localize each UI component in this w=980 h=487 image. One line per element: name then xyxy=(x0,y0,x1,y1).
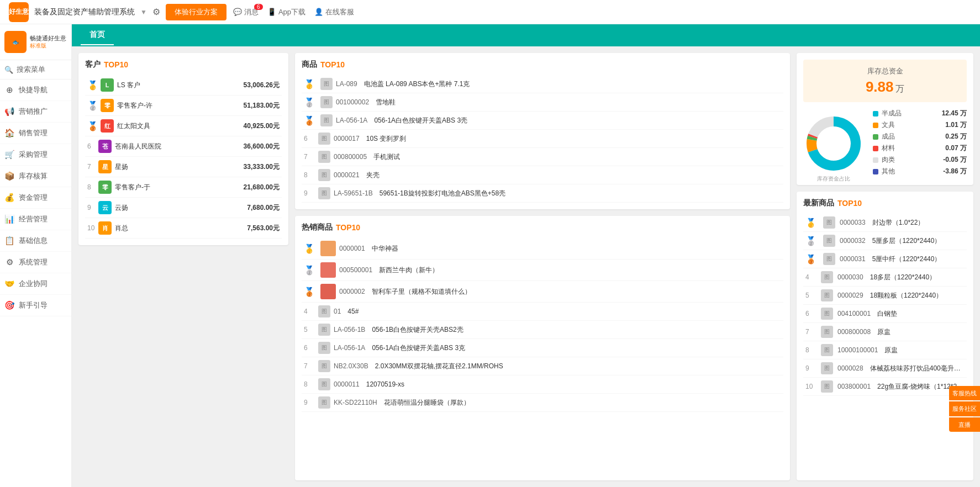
customer-row-7[interactable]: 9 云 云扬 7,680.00元 xyxy=(85,198,282,218)
sold-medal-3: 🥉 xyxy=(304,115,315,126)
app-download-button[interactable]: 📱 App下载 xyxy=(267,7,305,17)
medal-2: 🥈 xyxy=(87,100,98,111)
sold-row-7[interactable]: 9 图 LA-59651-1B 59651-1B旋转投影灯电池盒ABS黑色+58… xyxy=(302,184,783,203)
sold-row-1[interactable]: 🥇 图 LA-089 电池盖 LA-089 ABS本色+黑种 7.1克 xyxy=(302,75,783,93)
latest-rank-9: 9 xyxy=(805,364,816,372)
hot-row-9[interactable]: 9 图 KK-SD22110H 花语萌恒温分腿睡袋（厚款） xyxy=(302,394,783,412)
latest-name-9: 体械荔枝味苏打饮品400毫升（1*15） xyxy=(870,364,965,373)
float-btn-live[interactable]: 直播 xyxy=(949,417,980,432)
latest-row-2[interactable]: 🥈 图 0000032 5厘多层（1220*2440） xyxy=(803,232,967,250)
float-btn-service[interactable]: 客服热线 xyxy=(949,386,980,400)
sidebar-item-finance[interactable]: 💰 资金管理 xyxy=(0,187,71,209)
settings-icon[interactable]: ⚙ xyxy=(152,7,160,17)
sidebar-item-enterprise[interactable]: 🤝 企业协同 xyxy=(0,273,71,295)
sold-img-7: 图 xyxy=(318,187,330,199)
sold-code-7: LA-59651-1B xyxy=(334,189,373,197)
hot-code-4: 01 xyxy=(334,308,341,315)
sidebar-item-basic[interactable]: 📋 基础信息 xyxy=(0,230,71,252)
latest-row-7[interactable]: 7 图 000800008 原盅 xyxy=(803,323,967,341)
hot-row-2[interactable]: 🥈 000500001 新西兰牛肉（新牛） xyxy=(302,260,783,281)
donut-chart: 库存资金占比 xyxy=(803,113,864,174)
hot-code-8: 0000011 xyxy=(334,380,360,388)
donut-center-label: 库存资金占比 xyxy=(817,175,850,183)
latest-img-5: 图 xyxy=(821,289,833,301)
sidebar-item-quick-nav[interactable]: ⊕ 快捷导航 xyxy=(0,80,71,101)
hot-row-4[interactable]: 4 图 01 45# xyxy=(302,303,783,321)
hot-code-7: NB2.0X30B xyxy=(334,362,368,370)
inventory-value-line: 9.88 万 xyxy=(812,78,958,96)
top-customers-title: 客户 TOP10 xyxy=(85,60,282,70)
latest-row-8[interactable]: 8 图 10000100001 原盅 xyxy=(803,341,967,359)
customer-row-4[interactable]: 6 苍 苍南县人民医院 36,600.00元 xyxy=(85,136,282,157)
right-panel: 库存总资金 9.88 万 xyxy=(797,53,973,480)
sold-row-5[interactable]: 7 图 000800005 手机测试 xyxy=(302,148,783,166)
avatar-8: 肖 xyxy=(98,221,112,235)
latest-row-4[interactable]: 4 图 0000030 18多层（1220*2440） xyxy=(803,268,967,287)
avatar-4: 苍 xyxy=(98,140,112,153)
latest-img-4: 图 xyxy=(821,271,833,283)
sold-img-6: 图 xyxy=(318,169,330,181)
latest-row-10[interactable]: 10 图 003800001 22g鱼豆腐-烧烤味（1*12*20） xyxy=(803,378,967,396)
customer-row-2[interactable]: 🥈 零 零售客户-许 51,183.00元 xyxy=(85,96,282,116)
customer-value-2: 51,183.00元 xyxy=(244,101,280,110)
latest-rank-5: 5 xyxy=(805,292,816,299)
hot-img-3 xyxy=(320,284,336,299)
sold-row-6[interactable]: 8 图 0000021 夹壳 xyxy=(302,166,783,184)
hot-row-6[interactable]: 6 图 LA-056-1A 056-1A白色按键开关盖ABS 3克 xyxy=(302,339,783,357)
latest-img-2: 图 xyxy=(823,235,835,247)
legend-val-5: -0.05 万 xyxy=(943,155,967,165)
sold-row-3[interactable]: 🥉 图 LA-056-1A 056-1A白色按键开关盖ABS 3壳 xyxy=(302,112,783,130)
legend-item-1: 半成品 12.45 万 xyxy=(873,109,967,118)
customer-value-6: 21,680.00元 xyxy=(244,183,280,192)
messages-button[interactable]: 💬 消息 6 xyxy=(233,7,259,17)
customer-row-5[interactable]: 7 星 星扬 33,333.00元 xyxy=(85,157,282,177)
trial-button[interactable]: 体验行业方案 xyxy=(166,4,226,20)
content-area: 首页 客户 TOP10 🥇 L LS 客户 53,006.26元 xyxy=(72,24,980,487)
customer-row-6[interactable]: 8 零 零售客户-于 21,680.00元 xyxy=(85,177,282,198)
sidebar-item-guide[interactable]: 🎯 新手引导 xyxy=(0,295,71,316)
hot-row-3[interactable]: 🥉 0000002 智利车子里（规格不知道填什么） xyxy=(302,281,783,303)
sidebar-item-system[interactable]: ⚙ 系统管理 xyxy=(0,252,71,273)
sidebar-search[interactable]: 🔍 搜索菜单 xyxy=(0,60,71,80)
sidebar-item-sales[interactable]: 🏠 销售管理 xyxy=(0,123,71,144)
latest-row-5[interactable]: 5 图 0000029 18颗粒板（1220*2440） xyxy=(803,287,967,305)
customer-name-1: LS 客户 xyxy=(117,81,244,90)
latest-code-8: 10000100001 xyxy=(837,346,878,354)
legend-item-5: 肉类 -0.05 万 xyxy=(873,155,967,165)
dropdown-icon[interactable]: ▼ xyxy=(140,8,147,16)
top-customers-card: 客户 TOP10 🥇 L LS 客户 53,006.26元 🥈 零 零售 xyxy=(78,53,288,245)
hot-name-9: 花语萌恒温分腿睡袋（厚款） xyxy=(384,398,781,407)
hot-code-5: LA-056-1B xyxy=(334,326,365,334)
hot-row-1[interactable]: 🥇 0000001 中华神器 xyxy=(302,238,783,260)
sold-row-2[interactable]: 🥈 图 001000002 雪地鞋 xyxy=(302,93,783,112)
latest-img-8: 图 xyxy=(821,344,833,356)
customer-row-3[interactable]: 🥉 红 红太阳文具 40,925.00元 xyxy=(85,116,282,136)
customer-row-8[interactable]: 10 肖 肖总 7,563.00元 xyxy=(85,218,282,239)
latest-row-1[interactable]: 🥇 图 0000033 封边带（1.0*22） xyxy=(803,214,967,232)
content-scroll: 客户 TOP10 🥇 L LS 客户 53,006.26元 🥈 零 零售 xyxy=(72,46,980,487)
sold-row-4[interactable]: 6 图 0000017 10S 变刹罗刹 xyxy=(302,130,783,148)
hot-row-8[interactable]: 8 图 0000011 12070519-xs xyxy=(302,375,783,394)
sidebar-item-operation[interactable]: 📊 经营管理 xyxy=(0,209,71,230)
hot-row-7[interactable]: 7 图 NB2.0X30B 2.0X30MM双摆花轴,摆花直径2.1MM/ROH… xyxy=(302,357,783,375)
latest-row-9[interactable]: 9 图 0000028 体械荔枝味苏打饮品400毫升（1*15） xyxy=(803,359,967,378)
customer-name-4: 苍南县人民医院 xyxy=(115,142,244,151)
customer-name-7: 云扬 xyxy=(115,203,247,213)
legend-dot-6 xyxy=(873,169,878,174)
medal-1: 🥇 xyxy=(87,80,98,91)
sidebar-item-inventory[interactable]: 📦 库存核算 xyxy=(0,166,71,187)
latest-row-3[interactable]: 🥉 图 0000031 5厘中纤（1220*2440） xyxy=(803,250,967,268)
tab-home[interactable]: 首页 xyxy=(81,25,114,45)
latest-rank-8: 8 xyxy=(805,346,816,354)
hot-row-5[interactable]: 5 图 LA-056-1B 056-1B白色按键开关壳ABS2壳 xyxy=(302,321,783,339)
sidebar-item-marketing[interactable]: 📢 营销推广 xyxy=(0,101,71,123)
sidebar-item-purchase[interactable]: 🛒 采购管理 xyxy=(0,144,71,166)
latest-rank-7: 7 xyxy=(805,328,816,336)
latest-row-6[interactable]: 6 图 004100001 白钢垫 xyxy=(803,305,967,323)
float-btn-community[interactable]: 服务社区 xyxy=(949,401,980,416)
sold-code-3: LA-056-1A xyxy=(336,117,367,124)
service-icon: 👤 xyxy=(314,8,323,16)
customer-row-1[interactable]: 🥇 L LS 客户 53,006.26元 xyxy=(85,75,282,96)
float-service: 客服热线 服务社区 直播 xyxy=(949,386,980,432)
online-service-button[interactable]: 👤 在线客服 xyxy=(314,7,354,17)
